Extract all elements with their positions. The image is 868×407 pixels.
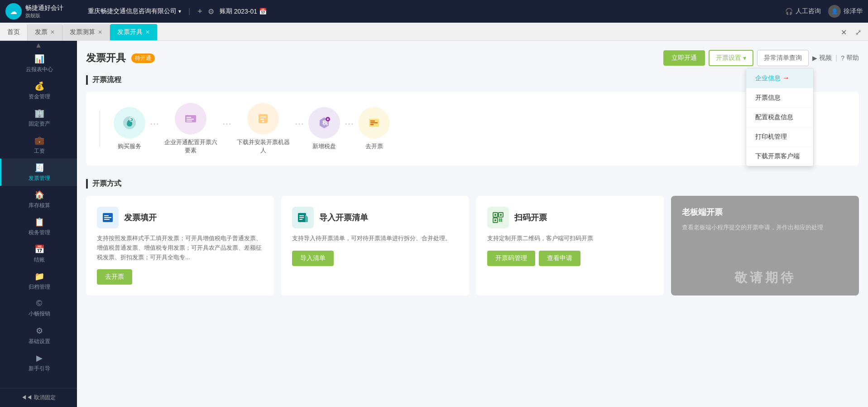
maximize-window-button[interactable]: ⤢ bbox=[852, 26, 864, 39]
company-selector[interactable]: 重庆畅捷交通信息咨询有限公司 ▾ bbox=[88, 7, 181, 15]
dropdown-item-printer-label: 打印机管理 bbox=[755, 133, 787, 140]
add-company-icon[interactable]: + bbox=[197, 7, 202, 16]
qr-manage-button[interactable]: 开票码管理 bbox=[487, 251, 535, 266]
tab-invoice-open-label: 发票开具 bbox=[117, 28, 143, 36]
flow-label-4: 新增税盘 bbox=[312, 142, 336, 150]
flow-step-4: 税 新增税盘 bbox=[308, 107, 340, 150]
sidebar-item-settings[interactable]: ⚙ 基础设置 bbox=[0, 322, 77, 349]
view-apply-button[interactable]: 查看申请 bbox=[539, 251, 580, 266]
sidebar-scroll-up[interactable]: ▲ bbox=[0, 41, 77, 50]
svg-rect-28 bbox=[299, 215, 304, 216]
flow-label-2: 企业开通配置开票六要素 bbox=[163, 138, 218, 155]
dropdown-item-tax-disk[interactable]: 配置税盘信息 bbox=[746, 108, 813, 127]
close-icon[interactable]: ✕ bbox=[98, 29, 102, 35]
sidebar-item-reports[interactable]: 📊 云报表中心 bbox=[0, 50, 77, 77]
method-header-boss: 老板端开票 bbox=[682, 207, 848, 218]
svg-rect-29 bbox=[299, 217, 304, 218]
svg-rect-27 bbox=[305, 217, 308, 222]
expense-icon: © bbox=[36, 299, 42, 308]
sidebar-item-inventory[interactable]: 🏠 库存核算 bbox=[0, 186, 77, 213]
page-title: 发票开具 bbox=[86, 51, 126, 65]
sidebar-item-closing[interactable]: 📅 结账 bbox=[0, 240, 77, 267]
sidebar-item-expense[interactable]: © 小畅报销 bbox=[0, 295, 77, 322]
arrow-icon: → bbox=[782, 74, 790, 82]
tab-invoice-label: 发票 bbox=[35, 28, 48, 36]
sidebar-label-salary: 工资 bbox=[34, 147, 45, 155]
period-label: 账期 bbox=[220, 7, 232, 15]
abnormal-button[interactable]: 异常清单查询 bbox=[757, 50, 809, 66]
svg-rect-39 bbox=[499, 220, 500, 222]
status-badge: 待开通 bbox=[131, 53, 155, 63]
help-label: 帮助 bbox=[846, 54, 859, 62]
dropdown-item-company[interactable]: 企业信息 → bbox=[746, 68, 813, 88]
flow-divider-left bbox=[100, 111, 100, 147]
sidebar-label-archive: 归档管理 bbox=[29, 283, 50, 291]
settings-icon[interactable]: ⚙ bbox=[208, 7, 214, 16]
separator: | bbox=[188, 7, 190, 15]
sidebar-label-inventory: 库存核算 bbox=[29, 202, 50, 209]
help-button[interactable]: ? 帮助 bbox=[841, 54, 859, 62]
dropdown-item-invoice-info-label: 开票信息 bbox=[755, 94, 781, 101]
sidebar-label-reports: 云报表中心 bbox=[26, 66, 53, 73]
support-button[interactable]: 🎧 人工咨询 bbox=[785, 7, 821, 15]
close-icon[interactable]: ✕ bbox=[145, 29, 150, 35]
sidebar-item-invoice[interactable]: 🧾 发票管理 bbox=[0, 159, 77, 186]
chevron-down-icon: ▾ bbox=[178, 8, 181, 15]
guide-icon: ▶ bbox=[36, 353, 43, 363]
video-button[interactable]: ▶ 视频 bbox=[812, 54, 832, 62]
method-desc-fill: 支持按照发票样式手工填开发票；可开具增值税电子普通发票、增值税普通发票、增值税专… bbox=[97, 234, 263, 262]
method-section-title: 开票方式 bbox=[86, 179, 859, 189]
method-desc-import: 支持导入待开票清单，可对待开票清单进行拆分、合并处理。 bbox=[292, 234, 458, 243]
tab-home[interactable]: 首页 bbox=[0, 24, 28, 40]
dropdown-item-printer[interactable]: 打印机管理 bbox=[746, 127, 813, 147]
sidebar-item-funds[interactable]: 💰 资金管理 bbox=[0, 77, 77, 104]
sidebar-item-tax[interactable]: 📋 税务管理 bbox=[0, 213, 77, 240]
funds-icon: 💰 bbox=[34, 81, 44, 91]
close-window-button[interactable]: ✕ bbox=[837, 26, 850, 39]
svg-rect-38 bbox=[501, 218, 502, 220]
import-list-button[interactable]: 导入清单 bbox=[292, 251, 334, 266]
logo-area: ☁ 畅捷通好会计 旗舰版 bbox=[5, 3, 82, 19]
sidebar-item-salary[interactable]: 💼 工资 bbox=[0, 131, 77, 159]
header-right: 🎧 人工咨询 👤 徐泽华 bbox=[785, 5, 863, 18]
period-display: 账期 2023-01 📅 bbox=[220, 7, 267, 15]
settings-button[interactable]: 开票设置 ▾ bbox=[709, 50, 753, 66]
svg-point-11 bbox=[262, 121, 264, 122]
close-icon[interactable]: ✕ bbox=[50, 29, 55, 35]
settings-button-label: 开票设置 bbox=[716, 54, 741, 62]
flow-circle-1 bbox=[114, 107, 145, 139]
svg-rect-6 bbox=[187, 119, 194, 120]
archive-icon: 📁 bbox=[34, 271, 44, 281]
sidebar-label-expense: 小畅报销 bbox=[29, 310, 50, 318]
cancel-pin-button[interactable]: ◀◀ 取消固定 bbox=[4, 392, 73, 403]
method-card-fill: 发票填开 支持按照发票样式手工填开发票；可开具增值税电子普通发票、增值税普通发票… bbox=[86, 196, 274, 296]
calendar-icon[interactable]: 📅 bbox=[259, 8, 267, 15]
sidebar-label-assets: 固定资产 bbox=[29, 120, 50, 128]
tab-invoice[interactable]: 发票 ✕ bbox=[28, 24, 62, 40]
sidebar-item-assets[interactable]: 🏢 固定资产 bbox=[0, 104, 77, 131]
logo-icon: ☁ bbox=[5, 3, 22, 19]
sidebar-label-invoice: 发票管理 bbox=[29, 174, 50, 182]
svg-rect-35 bbox=[500, 214, 502, 216]
inventory-icon: 🏠 bbox=[34, 190, 44, 200]
tax-icon: 📋 bbox=[34, 217, 44, 227]
sidebar-item-guide[interactable]: ▶ 新手引导 bbox=[0, 349, 77, 376]
flow-label-5: 去开票 bbox=[365, 142, 383, 150]
sidebar-item-archive[interactable]: 📁 归档管理 bbox=[0, 267, 77, 295]
flow-section-title: 开票流程 bbox=[86, 75, 859, 85]
tab-invoice-calc[interactable]: 发票测算 ✕ bbox=[62, 24, 110, 40]
svg-rect-24 bbox=[104, 219, 110, 220]
tab-invoice-open[interactable]: 发票开具 ✕ bbox=[110, 24, 158, 40]
svg-rect-20 bbox=[370, 124, 374, 125]
svg-rect-5 bbox=[187, 117, 191, 118]
window-controls: ✕ ⤢ bbox=[834, 24, 868, 40]
settings-dropdown: 企业信息 → 开票信息 配置税盘信息 打印机管理 下载开票客户端 bbox=[746, 68, 814, 166]
svg-rect-34 bbox=[494, 214, 496, 216]
dropdown-item-download[interactable]: 下载开票客户端 bbox=[746, 147, 813, 166]
method-header-scan: 扫码开票 bbox=[487, 207, 653, 228]
flow-arrow-1: ··· bbox=[150, 117, 159, 141]
go-invoice-button[interactable]: 去开票 bbox=[97, 269, 132, 285]
user-profile[interactable]: 👤 徐泽华 bbox=[828, 5, 863, 18]
activate-button[interactable]: 立即开通 bbox=[663, 50, 705, 66]
dropdown-item-invoice-info[interactable]: 开票信息 bbox=[746, 88, 813, 108]
